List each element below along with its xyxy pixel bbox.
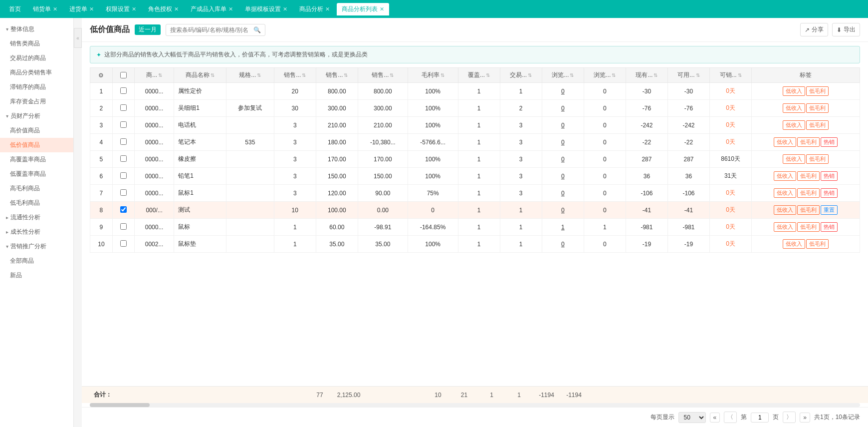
export-button[interactable]: ⬇ 导出 [832, 23, 860, 36]
views1-link[interactable]: 0 [561, 105, 565, 112]
cell-views1[interactable]: 1 [542, 219, 584, 236]
row-checkbox[interactable] [120, 87, 127, 94]
col-sales-avg[interactable]: 销售...⇅ [358, 68, 408, 83]
views1-link[interactable]: 0 [561, 241, 565, 248]
next-page-btn[interactable]: 〉 [783, 412, 796, 423]
nav-template[interactable]: 单据模板设置 ✕ [240, 3, 292, 15]
views1-link[interactable]: 1 [561, 224, 565, 231]
table-container[interactable]: ⚙ 商...⇅ 商品名称⇅ 规格...⇅ 销售...⇅ 销售...⇅ 销售...… [82, 67, 868, 386]
select-all-checkbox[interactable] [120, 72, 127, 78]
row-checkbox[interactable] [120, 104, 127, 111]
nav-close-analysis[interactable]: ✕ [325, 6, 330, 12]
col-spec[interactable]: 规格...⇅ [226, 68, 274, 83]
col-current[interactable]: 现有...⇅ [626, 68, 667, 83]
sidebar-item-high-value[interactable]: 高价值商品 [0, 123, 73, 138]
nav-close-template[interactable]: ✕ [283, 6, 287, 12]
cell-views1[interactable]: 0 [542, 100, 584, 117]
views1-link[interactable]: 0 [561, 156, 565, 163]
nav-close-list[interactable]: ✕ [380, 6, 384, 12]
col-name[interactable]: 商品名称⇅ [174, 68, 226, 83]
row-checkbox[interactable] [120, 155, 127, 162]
col-settings[interactable]: ⚙ [90, 68, 113, 83]
nav-close-role[interactable]: ✕ [174, 6, 179, 12]
search-box[interactable]: 🔍 [166, 24, 265, 36]
share-button[interactable]: ↗ 分享 [800, 23, 828, 36]
scrollbar-thumb[interactable] [90, 403, 150, 407]
row-checkbox[interactable] [120, 172, 127, 179]
col-code[interactable]: 商...⇅ [135, 68, 174, 83]
views1-link[interactable]: 0 [561, 173, 565, 180]
col-available[interactable]: 可用...⇅ [667, 68, 709, 83]
first-page-btn[interactable]: « [710, 413, 720, 423]
cell-checkbox[interactable] [112, 219, 134, 236]
sidebar-item-traded-products[interactable]: 交易过的商品 [0, 51, 73, 65]
sidebar-section-overall[interactable]: ▾ 整体信息 [0, 22, 73, 36]
cell-checkbox[interactable] [112, 83, 134, 100]
col-trade[interactable]: 交易...⇅ [500, 68, 542, 83]
row-checkbox[interactable] [120, 206, 127, 213]
sidebar-section-growth[interactable]: ▸ 成长性分析 [0, 225, 73, 239]
row-checkbox[interactable] [120, 240, 127, 247]
cell-views1[interactable]: 0 [542, 236, 584, 253]
cell-views1[interactable]: 0 [542, 134, 584, 151]
page-size-select[interactable]: 50 100 200 [678, 412, 706, 423]
nav-close-permission[interactable]: ✕ [132, 6, 136, 12]
sidebar-item-low-coverage[interactable]: 低覆盖率商品 [0, 167, 73, 181]
col-checkbox[interactable] [112, 68, 134, 83]
sidebar-item-low-value[interactable]: 低价值商品 [0, 138, 73, 152]
col-sales-qty[interactable]: 销售...⇅ [274, 68, 316, 83]
col-coverage[interactable]: 覆盖...⇅ [458, 68, 500, 83]
nav-close-sales[interactable]: ✕ [53, 6, 57, 12]
views1-link[interactable]: 0 [561, 122, 565, 129]
sidebar-item-slow-selling[interactable]: 滞销序的商品 [0, 80, 73, 94]
nav-product-list[interactable]: 商品分析列表 ✕ [337, 3, 389, 15]
nav-role-auth[interactable]: 角色授权 ✕ [143, 3, 184, 15]
nav-close-stock[interactable]: ✕ [228, 6, 233, 12]
sidebar-item-all-products[interactable]: 全部商品 [0, 254, 73, 268]
cell-views1[interactable]: 0 [542, 168, 584, 185]
nav-close-purchase[interactable]: ✕ [89, 6, 94, 12]
row-checkbox[interactable] [120, 138, 127, 145]
row-checkbox[interactable] [120, 189, 127, 196]
cell-checkbox[interactable] [112, 185, 134, 202]
horizontal-scrollbar[interactable] [90, 403, 860, 407]
col-margin[interactable]: 毛利率⇅ [408, 68, 458, 83]
nav-home[interactable]: 首页 [4, 3, 26, 15]
cell-checkbox[interactable] [112, 202, 134, 219]
sidebar-item-stock-capital[interactable]: 库存资金占用 [0, 94, 73, 109]
views1-link[interactable]: 0 [561, 88, 565, 95]
nav-sales-order[interactable]: 销货单 ✕ [28, 3, 62, 15]
sidebar-section-flow[interactable]: ▸ 流通性分析 [0, 210, 73, 225]
last-page-btn[interactable]: » [800, 413, 810, 423]
nav-permission[interactable]: 权限设置 ✕ [101, 3, 141, 15]
cell-checkbox[interactable] [112, 100, 134, 117]
page-input[interactable] [751, 413, 769, 423]
sidebar-item-new-products[interactable]: 新品 [0, 268, 73, 283]
cell-views1[interactable]: 0 [542, 185, 584, 202]
prev-page-btn[interactable]: 〈 [724, 412, 737, 423]
col-sales-amt[interactable]: 销售...⇅ [316, 68, 358, 83]
nav-product-stock[interactable]: 产成品入库单 ✕ [186, 3, 238, 15]
row-checkbox[interactable] [120, 121, 127, 128]
search-icon[interactable]: 🔍 [253, 26, 261, 33]
cell-views1[interactable]: 0 [542, 151, 584, 168]
sidebar-item-high-coverage[interactable]: 高覆盖率商品 [0, 152, 73, 167]
nav-purchase[interactable]: 进货单 ✕ [64, 3, 99, 15]
sidebar-section-financial[interactable]: ▾ 员财产分析 [0, 109, 73, 123]
views1-link[interactable]: 0 [561, 139, 565, 146]
cell-views1[interactable]: 0 [542, 202, 584, 219]
row-checkbox[interactable] [120, 223, 127, 230]
sidebar-item-category-rate[interactable]: 商品分类销售率 [0, 65, 73, 80]
cell-checkbox[interactable] [112, 134, 134, 151]
sidebar-item-low-margin[interactable]: 低毛利商品 [0, 196, 73, 210]
sidebar-item-high-margin[interactable]: 高毛利商品 [0, 181, 73, 196]
sidebar-section-marketing[interactable]: ▾ 营销推广分析 [0, 239, 73, 254]
cell-checkbox[interactable] [112, 151, 134, 168]
sidebar-collapse-btn[interactable]: « [74, 28, 82, 48]
cell-views1[interactable]: 0 [542, 83, 584, 100]
views1-link[interactable]: 0 [561, 190, 565, 197]
cell-checkbox[interactable] [112, 117, 134, 134]
cell-views1[interactable]: 0 [542, 117, 584, 134]
date-badge[interactable]: 近一月 [135, 24, 161, 35]
col-views2[interactable]: 浏览...⇅ [584, 68, 626, 83]
